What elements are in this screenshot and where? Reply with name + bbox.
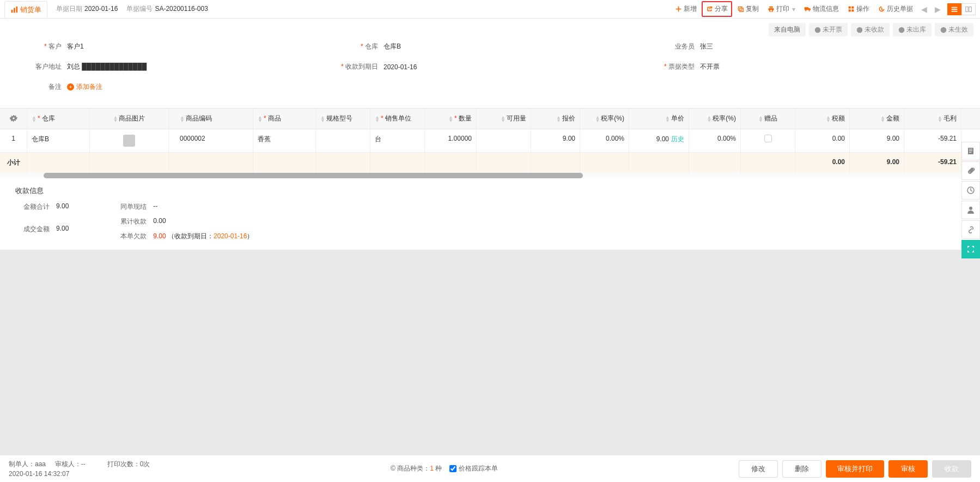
toolbar-copy[interactable]: 复制 [733,2,763,16]
th-unit[interactable]: 销售单位 [370,109,425,129]
attachment-icon [966,166,975,175]
audit-print-button[interactable]: 审核并打印 [826,460,884,478]
cell-quote[interactable]: 9.00 [531,129,580,152]
svg-rect-5 [849,7,851,9]
footer-bar: 制单人：aaa 审核人：-- 打印次数：0次 2020-01-16 14:32:… [0,455,980,482]
svg-rect-2 [16,7,18,13]
add-remark-link[interactable]: 添加备注 [67,82,332,92]
info-icon [814,27,821,33]
audit-button[interactable]: 审核 [888,460,928,478]
svg-rect-6 [851,7,854,9]
th-price[interactable]: 单价 [629,109,689,129]
th-avail[interactable]: 可用量 [477,109,531,129]
th-warehouse[interactable]: 仓库 [27,109,90,129]
rail-note[interactable] [961,142,980,160]
table-header: 仓库 商品图片 商品编码 商品 规格型号 销售单位 数量 可用量 报价 税率(%… [0,108,980,129]
toolbar-operations[interactable]: 操作 [844,2,873,16]
badge-outbound[interactable]: 未出库 [893,23,932,37]
toolbar-add[interactable]: 新增 [671,2,701,16]
doc-panel: 来自电脑 未开票 未收款 未出库 未生效 客户客户1 仓库仓库B 业务员张三 客… [0,19,980,250]
price-history-link[interactable]: 历史 [671,135,684,143]
gift-checkbox[interactable] [764,135,772,142]
cell-product[interactable]: 香蕉 [253,129,316,152]
table-row[interactable]: 1 仓库B 0000002 香蕉 台 1.00000 9.00 0.00% 9.… [0,129,980,153]
toolbar-logistics[interactable]: 物流信息 [800,2,843,16]
product-kind-count: © 商品种类：1 种 [391,464,442,473]
cell-rate1[interactable]: 0.00% [580,129,629,152]
label-warehouse: 仓库 [332,42,384,51]
card-icon [965,5,972,13]
value-salesman[interactable]: 张三 [700,42,965,51]
th-image[interactable]: 商品图片 [90,109,169,129]
collect-button: 收款 [932,460,971,478]
svg-point-13 [899,27,905,33]
cell-gross: -59.21 [904,129,961,152]
cell-tax: 0.00 [795,129,850,152]
cell-price[interactable]: 9.00历史 [629,129,689,152]
toolbar-history[interactable]: 历史单据 [874,2,917,16]
rail-time[interactable] [961,181,980,200]
th-qty[interactable]: 数量 [425,109,477,129]
th-gift[interactable]: 赠品 [741,109,795,129]
th-gear[interactable] [0,109,27,129]
history-icon [878,5,885,13]
cell-gift[interactable] [741,129,795,152]
grid-icon [848,5,855,13]
cell-unit[interactable]: 台 [370,129,425,152]
rail-link[interactable] [961,220,980,239]
value-due-date[interactable]: 2020-01-16 [384,63,648,71]
view-list[interactable] [947,3,961,15]
toolbar-share[interactable]: 分享 [702,1,732,17]
rail-expand[interactable] [961,240,980,258]
cell-code[interactable]: 0000002 [169,129,253,152]
rail-user[interactable] [961,201,980,219]
view-card[interactable] [961,3,976,15]
svg-rect-7 [849,9,851,11]
th-gross[interactable]: 毛利 [904,109,961,129]
label-salesman: 业务员 [648,42,700,51]
badge-payment[interactable]: 未收款 [851,23,890,37]
delete-button[interactable]: 删除 [782,460,821,478]
value-customer[interactable]: 客户1 [67,42,332,51]
value-owed: 9.00 （收款到期日：2020-01-16） [153,232,253,241]
toolbar-print[interactable]: 打印▾ [764,2,799,16]
value-invoice-type[interactable]: 不开票 [700,62,965,71]
svg-point-16 [969,207,972,210]
value-same-settle: -- [153,202,253,212]
th-rate1[interactable]: 税率(%) [580,109,629,129]
copy-icon [737,5,744,13]
next-doc[interactable]: ▶ [932,5,944,14]
label-invoice-type: 票据类型 [648,62,700,71]
th-quote[interactable]: 报价 [531,109,580,129]
th-tax[interactable]: 税额 [795,109,850,129]
price-follow-input[interactable] [449,465,456,472]
cell-image[interactable] [90,129,169,152]
th-product[interactable]: 商品 [253,109,316,129]
rail-attach[interactable] [961,161,980,180]
doc-type-tab[interactable]: 销货单 [4,1,47,18]
info-icon [856,27,863,33]
scrollbar-thumb[interactable] [44,173,583,178]
th-amount[interactable]: 金额 [850,109,904,129]
cell-spec[interactable] [316,129,370,152]
badge-invoice[interactable]: 未开票 [809,23,848,37]
label-due-date: 收款到期日 [332,62,384,71]
prev-doc[interactable]: ◀ [918,5,930,14]
badge-source: 来自电脑 [769,23,806,37]
th-spec[interactable]: 规格型号 [316,109,370,129]
h-scrollbar[interactable] [0,173,980,178]
value-warehouse[interactable]: 仓库B [384,42,648,51]
cell-warehouse[interactable]: 仓库B [27,129,90,152]
info-icon [940,27,947,33]
modify-button[interactable]: 修改 [739,460,778,478]
badge-effective[interactable]: 未生效 [935,23,973,37]
price-follow-checkbox[interactable]: 价格跟踪本单 [449,464,498,473]
value-address[interactable]: 刘总 ██████████████ [67,62,332,71]
cell-qty[interactable]: 1.00000 [425,129,477,152]
th-rate2[interactable]: 税率(%) [689,109,741,129]
subtotal-row: 小计 0.00 9.00 -59.21 [0,153,980,173]
th-code[interactable]: 商品编码 [169,109,253,129]
cell-rate2[interactable]: 0.00% [689,129,741,152]
line-items-table: 仓库 商品图片 商品编码 商品 规格型号 销售单位 数量 可用量 报价 税率(%… [0,108,980,178]
gear-icon [10,115,17,122]
